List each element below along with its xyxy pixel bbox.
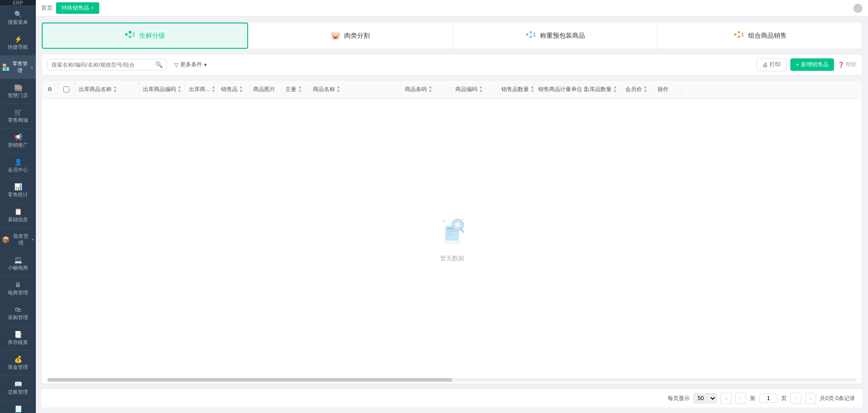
th-barcode[interactable]: 商品条码 ▲▼ bbox=[401, 80, 452, 98]
chevron-down-icon2: ▾ bbox=[32, 237, 34, 242]
th-op-label: 操作 bbox=[658, 86, 669, 93]
svg-point-6 bbox=[529, 31, 532, 34]
select-all-checkbox[interactable] bbox=[63, 86, 69, 92]
th-barcode-label: 商品条码 bbox=[405, 86, 427, 93]
topbar-tab-label: 特殊销售品 bbox=[62, 4, 89, 12]
page-suffix: 页 bbox=[781, 395, 787, 402]
svg-point-11 bbox=[738, 31, 740, 34]
svg-rect-18 bbox=[447, 231, 455, 232]
th-outcode[interactable]: 出库商品编码 ▲▼ bbox=[139, 80, 185, 98]
th-sale[interactable]: 销售品 ▲▼ bbox=[217, 80, 250, 98]
quick-nav-icon: ⚡ bbox=[14, 35, 22, 43]
print-button[interactable]: 🖨 打印 bbox=[756, 58, 787, 71]
sidebar-item-label: 零售统计 bbox=[8, 191, 28, 198]
fresh-icon bbox=[125, 30, 136, 41]
sidebar-item-wholesale[interactable]: 📦 批发管理 ▾ bbox=[0, 228, 36, 252]
ledger-icon: 📖 bbox=[14, 380, 22, 388]
tab-combo[interactable]: 组合商品销售 bbox=[658, 23, 862, 49]
svg-point-3 bbox=[133, 33, 135, 35]
search-input[interactable] bbox=[51, 62, 153, 68]
topbar-active-tab[interactable]: 特殊销售品 × bbox=[56, 2, 99, 14]
gear-settings-icon[interactable]: ⚙ bbox=[47, 86, 52, 92]
sidebar-item-retail-stats[interactable]: 📊 零售统计 bbox=[0, 178, 36, 203]
search-icon-btn[interactable]: 🔍 bbox=[155, 61, 163, 68]
th-outpic[interactable]: 出库商... ▲▼ bbox=[185, 80, 217, 98]
new-item-button[interactable]: + 新增销售品 bbox=[790, 58, 834, 71]
sidebar-item-inventory[interactable]: 📑 库存核算 bbox=[0, 326, 36, 351]
tab-combo-label: 组合商品销售 bbox=[748, 32, 787, 40]
sidebar-item-member[interactable]: 👤 会员中心 bbox=[0, 154, 36, 178]
th-check[interactable] bbox=[58, 82, 75, 97]
th-saleqty[interactable]: 销售品数量 ▲▼ bbox=[498, 80, 534, 98]
th-outname[interactable]: 出库商品名称 ▲▼ bbox=[75, 80, 139, 98]
topbar-close-icon[interactable]: × bbox=[91, 6, 94, 11]
th-op: 操作 bbox=[654, 81, 681, 98]
tab-scale[interactable]: 称重预包装商品 bbox=[453, 23, 658, 49]
help-icon: ❓ bbox=[838, 62, 845, 68]
sidebar-item-label: 电商管理 bbox=[8, 289, 28, 296]
sidebar-item-retail[interactable]: 🏪 零售管理 ▲ bbox=[0, 56, 36, 79]
filter-button[interactable]: ▽ 更多条件 ▾ bbox=[170, 59, 210, 70]
sort-icon3: ▲▼ bbox=[211, 85, 216, 93]
empty-illustration: ✦ ✦ bbox=[434, 212, 471, 249]
per-page-select[interactable]: 50 10 20 100 bbox=[693, 393, 717, 403]
sidebar-item-ledger[interactable]: 📖 总账管理 bbox=[0, 376, 36, 401]
meat-icon: 🐷 bbox=[330, 31, 340, 41]
sidebar-item-smart-store[interactable]: 🏬 智慧门店 bbox=[0, 79, 36, 104]
th-weight[interactable]: 主量 ▲▼ bbox=[282, 80, 309, 98]
total-label: 共0页 0条记录 bbox=[820, 395, 855, 402]
horizontal-scrollbar[interactable] bbox=[47, 378, 857, 382]
th-goodsname-label: 商品名称 bbox=[313, 86, 335, 93]
sidebar-item-retail-mall[interactable]: 🛒 零售商城 bbox=[0, 104, 36, 129]
th-memberp[interactable]: 会员价 ▲▼ bbox=[622, 80, 654, 98]
sidebar-item-label: 资金管理 bbox=[8, 364, 28, 371]
sidebar-item-basic-info-retail[interactable]: 📋 基础信息 bbox=[0, 203, 36, 228]
svg-point-14 bbox=[742, 35, 743, 37]
th-gear[interactable]: ⚙ bbox=[42, 81, 58, 97]
sort-icon9: ▲▼ bbox=[530, 85, 534, 93]
help-button[interactable]: ❓ 帮助 bbox=[838, 61, 857, 69]
th-goodscode[interactable]: 商品编码 ▲▼ bbox=[452, 80, 498, 98]
sidebar-item-search[interactable]: 🔍 搜索菜单 bbox=[0, 6, 36, 31]
sidebar-item-invoice[interactable]: 🧾 发票管理 bbox=[0, 401, 36, 413]
sidebar-item-quick-nav[interactable]: ⚡ 快捷导航 bbox=[0, 31, 36, 56]
th-outqty[interactable]: 出库品数量 ▲▼ bbox=[580, 80, 622, 98]
sidebar-item-purchase[interactable]: 🛍 采购管理 bbox=[0, 301, 36, 326]
empty-state: ✦ ✦ 暂无数据 bbox=[42, 98, 862, 376]
topbar-right bbox=[853, 4, 862, 13]
sidebar-item-label: 智慧门店 bbox=[8, 92, 28, 99]
retail-mall-icon: 🛒 bbox=[14, 109, 22, 116]
help-label: 帮助 bbox=[845, 61, 857, 69]
search-box[interactable]: 🔍 bbox=[47, 59, 167, 70]
tab-fresh[interactable]: 生鲜分级 bbox=[42, 23, 248, 49]
wholesale-icon: 📦 bbox=[2, 236, 10, 243]
first-page-button[interactable]: « bbox=[720, 393, 732, 404]
page-number-input[interactable] bbox=[759, 394, 777, 403]
tab-fresh-label: 生鲜分级 bbox=[139, 32, 165, 40]
sidebar-item-ecommerce-small[interactable]: 💻 小畅电商 bbox=[0, 252, 36, 276]
prev-page-button[interactable]: ‹ bbox=[735, 393, 746, 404]
sidebar-item-ecommerce-mgr[interactable]: 🖥 电商管理 bbox=[0, 276, 36, 301]
th-goodscode-label: 商品编码 bbox=[455, 86, 477, 93]
per-page-label: 每页显示 bbox=[668, 395, 690, 402]
scrollbar-thumb bbox=[47, 378, 452, 382]
last-page-button[interactable]: » bbox=[805, 393, 816, 404]
tab-scale-label: 称重预包装商品 bbox=[540, 32, 585, 40]
svg-text:✦: ✦ bbox=[462, 218, 465, 221]
ecommerce-mgr-icon: 🖥 bbox=[15, 281, 21, 288]
topbar-home[interactable]: 首页 bbox=[41, 4, 52, 12]
sidebar-item-marketing[interactable]: 📢 营销推广 bbox=[0, 129, 36, 154]
svg-point-5 bbox=[526, 34, 528, 36]
retail-icon: 🏪 bbox=[2, 63, 10, 71]
toolbar: 🔍 ▽ 更多条件 ▾ 🖨 打印 + 新增销售品 ❓ 帮助 bbox=[41, 54, 862, 75]
basic-info-retail-icon: 📋 bbox=[14, 208, 22, 215]
invoice-icon: 🧾 bbox=[14, 405, 22, 413]
th-goodsname[interactable]: 商品名称 ▲▼ bbox=[309, 80, 401, 98]
sidebar-item-label: 小畅电商 bbox=[8, 264, 28, 271]
tab-meat[interactable]: 🐷 肉类分割 bbox=[248, 23, 453, 49]
th-saleunit[interactable]: 销售商品计量单位 ▲▼ bbox=[534, 80, 580, 98]
next-page-button[interactable]: › bbox=[790, 393, 801, 404]
th-img[interactable]: 商品图片 bbox=[250, 81, 282, 98]
sidebar-item-finance[interactable]: 💰 资金管理 bbox=[0, 351, 36, 376]
sort-icon4: ▲▼ bbox=[239, 85, 243, 93]
